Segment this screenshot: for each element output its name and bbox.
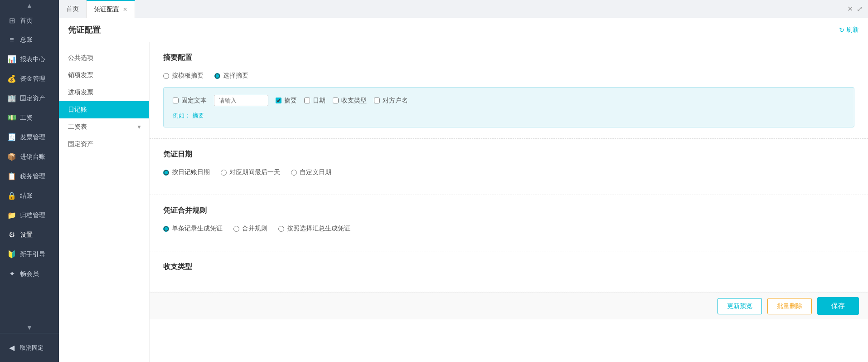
left-nav-payroll-sheet[interactable]: 工资表 ▼ [59,118,149,136]
merge-rules-radio-group: 单条记录生成凭证 合并规则 按照选择汇总生成凭证 [163,225,854,233]
sidebar-item-close[interactable]: 🔒 结账 [0,186,59,205]
chevron-down-icon: ▼ [136,124,142,130]
sidebar-scroll-down[interactable]: ▼ [0,322,59,333]
left-nav-public[interactable]: 公共选项 [59,49,149,67]
sidebar-item-label: 固定资产 [20,94,45,103]
checkbox-counterpart-input[interactable] [374,98,380,103]
cancel-pin-button[interactable]: ◀ 取消固定 [0,338,59,357]
summary-config-title: 摘要配置 [163,53,854,63]
refresh-icon: ↻ [839,26,844,34]
tab-voucher-config[interactable]: 凭证配置 ✕ [87,0,135,18]
checkbox-summary[interactable]: 摘要 [276,97,297,105]
radio-single-record-input[interactable] [163,226,169,232]
save-button[interactable]: 保存 [817,297,859,315]
left-nav-purchase[interactable]: 进项发票 [59,84,149,101]
left-nav-fixed-assets[interactable]: 固定资产 [59,136,149,153]
page-header: 凭证配置 ↻ 刷新 [59,18,868,42]
radio-template-input[interactable] [163,73,169,79]
sidebar-scroll-up[interactable]: ▲ [0,0,59,11]
income-type-title: 收支类型 [163,262,854,272]
sidebar-item-fund[interactable]: 💰 资金管理 [0,69,59,88]
checkbox-summary-label: 摘要 [284,97,297,105]
update-preview-button[interactable]: 更新预览 [718,298,762,314]
tab-close-window-icon[interactable]: ✕ [847,5,853,13]
left-nav: 公共选项 销项发票 进项发票 日记账 工资表 ▼ 固定资产 [59,42,150,362]
voucher-date-title: 凭证日期 [163,150,854,159]
sidebar-item-tax[interactable]: 📋 税务管理 [0,166,59,186]
sidebar-item-report[interactable]: 📊 报表中心 [0,49,59,69]
radio-period-last[interactable]: 对应期间最后一天 [221,168,280,176]
sidebar-item-label: 设置 [20,231,33,239]
checkbox-fixed-text[interactable]: 固定文本 [173,97,207,105]
batch-delete-button[interactable]: 批量删除 [767,298,812,314]
content-layout: 公共选项 销项发票 进项发票 日记账 工资表 ▼ 固定资产 [59,42,868,362]
sidebar-item-label: 归档管理 [20,211,45,220]
radio-custom-date-input[interactable] [291,170,297,176]
checkbox-date-input[interactable] [304,98,310,103]
sidebar-item-archive[interactable]: 📁 归档管理 [0,205,59,225]
radio-summary-generate-input[interactable] [278,226,284,232]
bottom-bar: 更新预览 批量删除 保存 [150,292,868,319]
checkbox-fixed-text-input[interactable] [173,98,179,103]
radio-merge-rule-label: 合并规则 [242,225,267,233]
sidebar-item-vip[interactable]: ✦ 畅会员 [0,264,59,284]
inventory-icon: 📦 [7,152,16,161]
tab-close-icon[interactable]: ✕ [123,6,127,13]
page-content: 凭证配置 ↻ 刷新 公共选项 销项发票 进项发票 日记账 [59,18,868,362]
radio-select-summary[interactable]: 选择摘要 [214,72,248,80]
fixed-text-input[interactable] [214,95,268,106]
tab-home[interactable]: 首页 [59,0,87,18]
sidebar-item-payroll[interactable]: 💵 工资 [0,108,59,127]
checkbox-summary-input[interactable] [276,98,281,103]
radio-summary-generate-label: 按照选择汇总生成凭证 [287,225,350,233]
sidebar-item-label: 报表中心 [20,55,45,64]
left-nav-sales[interactable]: 销项发票 [59,67,149,84]
radio-merge-rule-input[interactable] [233,226,239,232]
checkbox-income-type[interactable]: 收支类型 [333,97,367,105]
sidebar-item-home[interactable]: ⊞ 首页 [0,11,59,30]
voucher-date-radio-group: 按日记账日期 对应期间最后一天 自定义日期 [163,168,854,176]
sidebar-item-invoice[interactable]: 🧾 发票管理 [0,127,59,147]
right-content: 摘要配置 按模板摘要 选择摘要 [150,42,868,362]
archive-icon: 📁 [7,211,16,220]
sidebar-item-asset[interactable]: 🏢 固定资产 [0,88,59,108]
radio-period-last-input[interactable] [221,170,227,176]
settings-icon: ⚙ [7,230,16,239]
radio-summary-generate[interactable]: 按照选择汇总生成凭证 [278,225,350,233]
sidebar-item-label: 首页 [20,17,33,25]
left-nav-purchase-label: 进项发票 [68,88,93,96]
radio-period-last-label: 对应期间最后一天 [229,168,280,176]
radio-select-label: 选择摘要 [223,72,248,80]
sidebar-item-guide[interactable]: 🔰 新手引导 [0,245,59,264]
radio-journal-date[interactable]: 按日记账日期 [163,168,210,176]
radio-custom-date-label: 自定义日期 [300,168,331,176]
sidebar-bottom: ◀ 取消固定 [0,333,59,362]
radio-custom-date[interactable]: 自定义日期 [291,168,331,176]
sidebar-item-inventory[interactable]: 📦 进销台账 [0,147,59,166]
sidebar-item-settings[interactable]: ⚙ 设置 [0,225,59,245]
close-book-icon: 🔒 [7,191,16,200]
radio-merge-rule[interactable]: 合并规则 [233,225,267,233]
checkbox-fixed-text-label: 固定文本 [181,97,207,105]
sidebar-item-ledger[interactable]: ≡ 总账 [0,30,59,49]
left-nav-journal[interactable]: 日记账 [59,101,149,118]
refresh-button[interactable]: ↻ 刷新 [839,26,859,34]
sidebar-item-label: 工资 [20,114,33,122]
radio-single-record[interactable]: 单条记录生成凭证 [163,225,223,233]
checkbox-date[interactable]: 日期 [304,97,325,105]
checkbox-income-type-input[interactable] [333,98,339,103]
sidebar-item-label: 发票管理 [20,133,45,142]
cancel-pin-label: 取消固定 [20,344,44,352]
radio-select-input[interactable] [214,73,220,79]
refresh-label: 刷新 [846,26,859,34]
checkbox-counterpart[interactable]: 对方户名 [374,97,408,105]
home-icon: ⊞ [7,16,16,25]
radio-journal-date-input[interactable] [163,170,169,176]
summary-options-box: 固定文本 摘要 日期 [163,87,854,127]
tab-expand-icon[interactable]: ⤢ [857,5,863,13]
radio-template-summary[interactable]: 按模板摘要 [163,72,204,80]
example-prefix: 例如： [173,112,190,119]
pin-icon: ◀ [7,343,16,352]
sidebar-item-label: 结账 [20,192,33,200]
checkbox-income-type-label: 收支类型 [341,97,367,105]
